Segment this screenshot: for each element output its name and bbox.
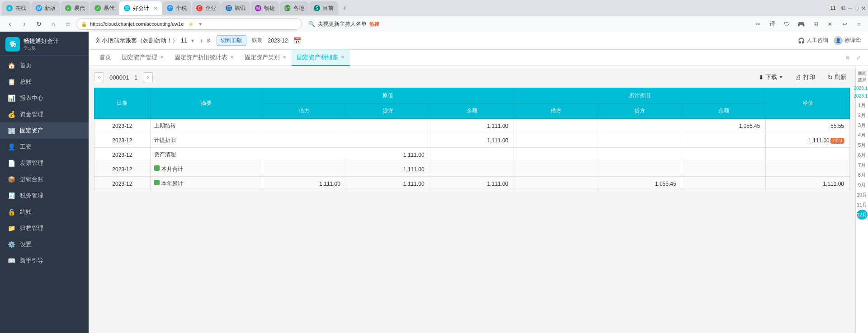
url-dropdown-icon[interactable]: ▼	[198, 22, 203, 27]
period-month-8[interactable]: 8月	[857, 170, 868, 180]
purchase-sales-icon: 📦	[7, 175, 15, 183]
tab-close-icon[interactable]: ✕	[341, 55, 344, 60]
restore-icon[interactable]: ⧉	[841, 5, 845, 12]
download-button[interactable]: ⬇ 下载 ▼	[755, 71, 787, 83]
sidebar-item-purchase-sales[interactable]: 📦 进销台账	[0, 171, 89, 188]
period-month-12[interactable]: 12月	[857, 210, 868, 220]
funds-icon: 💰	[7, 110, 15, 118]
brightness-icon[interactable]: ☀	[825, 19, 835, 29]
sidebar-item-reports[interactable]: 📊 报表中心	[0, 90, 89, 106]
table-cell-orig-credit	[346, 133, 430, 148]
tab-close-icon[interactable]: ✕	[160, 55, 164, 60]
tab-close-icon[interactable]: ✕	[283, 55, 286, 60]
sidebar-item-funds[interactable]: 💰 资金管理	[0, 106, 89, 122]
close-panel-button[interactable]: ✕	[844, 54, 852, 62]
sidebar-item-label: 首页	[20, 61, 32, 70]
table-cell-dep-credit	[598, 119, 682, 133]
sidebar-item-fixed-assets[interactable]: 🏢 固定资产	[0, 122, 89, 139]
period-month-6[interactable]: 6月	[857, 150, 868, 160]
site-info-icon[interactable]: ⚡	[188, 22, 193, 27]
browser-tab-gedi[interactable]: 各地 各地	[280, 1, 309, 15]
sidebar-item-general-ledger[interactable]: 📋 总账	[0, 74, 89, 90]
maximize-icon[interactable]: □	[855, 5, 859, 12]
shield-icon[interactable]: 🛡	[781, 19, 792, 29]
page-tabs: 首页 固定资产管理 ✕ 固定资产折旧统计表 ✕ 固定资产类别 ✕ 固定资产明细账…	[89, 50, 868, 66]
browser-tab-yidai2[interactable]: ✓ 易代	[90, 1, 119, 15]
new-tab-button[interactable]: +	[339, 2, 351, 14]
period-month-3[interactable]: 3月	[857, 120, 868, 130]
browser-tab-online[interactable]: e 在线	[2, 1, 31, 15]
sidebar-item-payroll[interactable]: 👤 工资	[0, 139, 89, 155]
tab-fixed-asset-detail[interactable]: 固定资产明细账 ✕	[292, 50, 350, 66]
tab-label: 易代	[74, 5, 85, 12]
settings-icon: ⚙️	[7, 240, 15, 249]
print-icon: 🖨	[796, 74, 802, 81]
minimize-icon[interactable]: ─	[848, 5, 852, 12]
menu-icon[interactable]: ≡	[854, 19, 864, 29]
window-close-icon[interactable]: ✕	[861, 5, 866, 12]
print-button[interactable]: 🖨 打印	[792, 71, 819, 83]
refresh-button[interactable]: ↻	[33, 18, 45, 30]
browser-tab-yidai1[interactable]: ✓ 易代	[61, 1, 90, 15]
table-cell-summary: 本年累计	[150, 177, 262, 191]
tab-fixed-asset-dep-stats[interactable]: 固定资产折旧统计表 ✕	[169, 50, 239, 66]
sidebar-item-invoice[interactable]: 📄 发票管理	[0, 155, 89, 171]
sidebar-item-guide[interactable]: 📖 新手引导	[0, 253, 89, 269]
switch-version-btn[interactable]: 切到旧版	[217, 35, 246, 46]
browser-tab-geshui[interactable]: 个 个税	[162, 1, 191, 15]
sidebar-item-settings[interactable]: ⚙️ 设置	[0, 236, 89, 253]
tab-close-icon[interactable]: ✕	[230, 55, 234, 60]
grid-icon[interactable]: ⊞	[810, 19, 821, 29]
period-month-5[interactable]: 5月	[857, 140, 868, 150]
translate-icon[interactable]: 译	[767, 19, 778, 29]
download-label: 下载	[765, 73, 777, 81]
browser-tab-tencent[interactable]: 腾 腾讯	[221, 1, 250, 15]
browser-tab-changjie[interactable]: M 畅捷	[250, 1, 279, 15]
period-value: 2023-12	[268, 38, 288, 44]
reports-icon: 📊	[7, 94, 15, 102]
col-net-value: 净值	[766, 88, 850, 119]
customer-service-btn[interactable]: 🎧 人工咨询	[798, 37, 828, 44]
tab-fixed-asset-mgmt[interactable]: 固定资产管理 ✕	[117, 50, 169, 66]
table-cell-dep-debit	[514, 162, 598, 177]
dropdown-icon[interactable]: ▼	[190, 38, 195, 43]
period-month-9[interactable]: 9月	[857, 180, 868, 190]
close-tab-icon[interactable]: ✕	[154, 6, 157, 11]
calendar-icon[interactable]: 📅	[293, 37, 301, 44]
sidebar-item-closing[interactable]: 🔒 结账	[0, 204, 89, 220]
bookmark-button[interactable]: ☆	[61, 18, 74, 30]
url-bar[interactable]: 🔒 https://cloud.chanjet.com/accounting/u…	[76, 18, 302, 30]
forward-button[interactable]: ›	[18, 18, 31, 30]
next-page-button[interactable]: ›	[143, 72, 153, 82]
add-icon[interactable]: +	[199, 37, 203, 44]
browser-tab-muqian[interactable]: S 目前	[309, 1, 338, 15]
period-month-4[interactable]: 4月	[857, 130, 868, 140]
tab-fixed-asset-category[interactable]: 固定资产类别 ✕	[239, 50, 292, 66]
table-cell-net-value	[766, 162, 850, 177]
back-button[interactable]: ‹	[4, 18, 16, 30]
settings-icon-header[interactable]: ⚙	[206, 38, 211, 44]
tab-label: 好会计	[133, 5, 149, 12]
history-icon[interactable]: ↩	[839, 19, 850, 29]
period-month-11[interactable]: 11月	[857, 200, 868, 210]
user-info[interactable]: 👤 徐译华	[834, 36, 861, 45]
tab-home[interactable]: 首页	[94, 50, 117, 66]
period-month-1[interactable]: 1月	[857, 100, 868, 110]
expand-panel-button[interactable]: ⤢	[854, 54, 863, 62]
browser-tab-qiye[interactable]: C 企业	[192, 1, 221, 15]
sidebar-item-archive[interactable]: 📁 归档管理	[0, 220, 89, 236]
col-orig-debit: 借方	[262, 103, 346, 119]
refresh-button-main[interactable]: ↻ 刷新	[824, 71, 850, 83]
browser-tab-haokuaiji[interactable]: 云 好会计 ✕	[119, 1, 162, 15]
tab-label: 目前	[323, 5, 334, 12]
browser-tab-new[interactable]: W 新版	[31, 1, 60, 15]
period-month-10[interactable]: 10月	[857, 190, 868, 200]
scissors-icon[interactable]: ✂	[752, 19, 763, 29]
home-button[interactable]: ⌂	[47, 18, 60, 30]
prev-page-button[interactable]: ‹	[94, 72, 104, 82]
sidebar-item-tax[interactable]: 🧾 税务管理	[0, 188, 89, 204]
sidebar-item-home[interactable]: 🏠 首页	[0, 57, 89, 74]
period-month-7[interactable]: 7月	[857, 160, 868, 170]
period-month-2[interactable]: 2月	[857, 110, 868, 120]
game-icon[interactable]: 🎮	[796, 19, 807, 29]
